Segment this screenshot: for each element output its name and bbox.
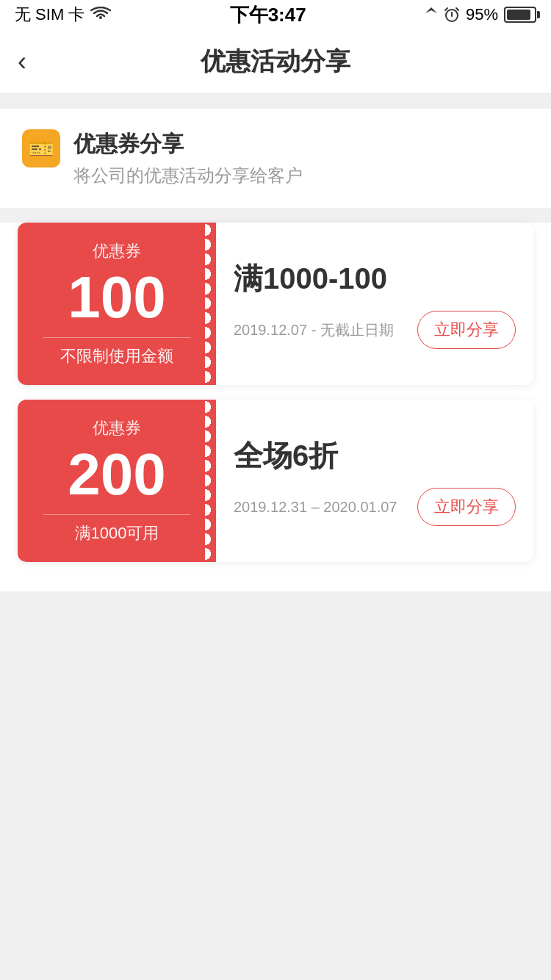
coupon-list: 优惠券 100 不限制使用金额 满1000-100 2019.12.07 - 无… [0, 223, 551, 591]
section-text-block: 优惠券分享 将公司的优惠活动分享给客户 [73, 129, 303, 187]
svg-line-2 [445, 8, 447, 10]
section-header: 🎫 优惠券分享 将公司的优惠活动分享给客户 [0, 109, 551, 208]
coupon-right-2: 全场6折 2019.12.31 – 2020.01.07 立即分享 [216, 400, 533, 562]
coupon-name-1: 满1000-100 [234, 259, 516, 299]
location-icon [425, 7, 438, 23]
coupon-divider-1 [43, 337, 190, 338]
back-button[interactable]: ‹ [18, 48, 26, 75]
section-divider [0, 94, 551, 109]
coupon-name-2: 全场6折 [234, 436, 516, 476]
coupon-card-1: 优惠券 100 不限制使用金额 满1000-100 2019.12.07 - 无… [18, 223, 533, 385]
wifi-icon [90, 7, 111, 23]
status-time: 下午3:47 [230, 2, 306, 28]
coupon-condition-1: 不限制使用金额 [60, 345, 173, 367]
coupon-divider-2 [43, 514, 190, 515]
share-button-2[interactable]: 立即分享 [417, 488, 516, 526]
status-bar: 无 SIM 卡 下午3:47 95% [0, 0, 551, 29]
share-button-1[interactable]: 立即分享 [417, 311, 516, 349]
coupon-condition-2: 满1000可用 [75, 522, 159, 544]
coupon-label-1: 优惠券 [93, 240, 141, 262]
section-subtitle: 将公司的优惠活动分享给客户 [73, 164, 303, 187]
battery-icon [504, 7, 536, 23]
alarm-icon [444, 7, 460, 23]
coupon-left-1: 优惠券 100 不限制使用金额 [18, 223, 216, 385]
coupon-date-1: 2019.12.07 - 无截止日期 [234, 320, 408, 340]
section-icon: 🎫 [22, 129, 60, 167]
nav-bar: ‹ 优惠活动分享 [0, 29, 551, 94]
coupon-left-2: 优惠券 200 满1000可用 [18, 400, 216, 562]
coupon-card-2: 优惠券 200 满1000可用 全场6折 2019.12.31 – 2020.0… [18, 400, 533, 562]
status-left: 无 SIM 卡 [15, 4, 111, 26]
coupon-meta-1: 2019.12.07 - 无截止日期 立即分享 [234, 311, 516, 349]
page-background [0, 591, 551, 980]
svg-line-3 [456, 8, 458, 10]
coupon-amount-1: 100 [68, 268, 165, 327]
carrier-text: 无 SIM 卡 [15, 4, 84, 26]
coupon-meta-2: 2019.12.31 – 2020.01.07 立即分享 [234, 488, 516, 526]
coupon-amount-2: 200 [68, 445, 165, 504]
coupon-label-2: 优惠券 [93, 417, 141, 439]
battery-percent: 95% [466, 5, 498, 24]
section-title: 优惠券分享 [73, 129, 303, 159]
coupon-right-1: 满1000-100 2019.12.07 - 无截止日期 立即分享 [216, 223, 533, 385]
coupon-icon: 🎫 [29, 137, 54, 161]
coupon-date-2: 2019.12.31 – 2020.01.07 [234, 499, 408, 516]
page-title: 优惠活动分享 [201, 45, 350, 79]
status-right: 95% [425, 5, 536, 24]
